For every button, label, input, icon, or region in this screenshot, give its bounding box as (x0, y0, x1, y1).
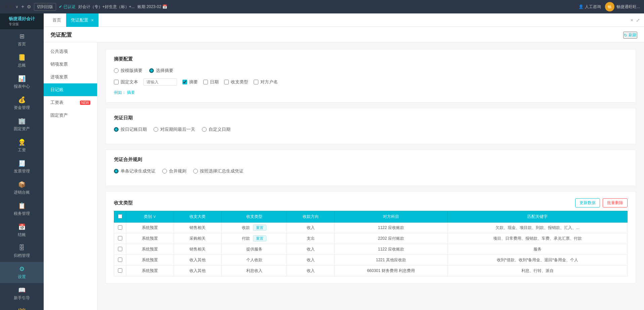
checkbox-fixed-text[interactable]: 固定文本 (114, 79, 138, 85)
sidebar-item-fixed-assets[interactable]: 🏢 固定资产 (0, 114, 44, 135)
consultant-button[interactable]: 👤 人工咨询 (578, 4, 601, 10)
fixed-text-input[interactable] (143, 78, 177, 86)
reset-tag[interactable]: 重置 (253, 225, 266, 231)
tax-icon: 📋 (18, 202, 26, 209)
sidebar-logo: 畅捷通好会计 专业版 (0, 13, 44, 29)
left-nav-item-payroll[interactable]: 工资表 NEW (44, 96, 97, 109)
summary-config-title: 摘要配置 (114, 56, 628, 62)
tab-close-icon[interactable]: × (91, 17, 94, 23)
row-checkbox[interactable] (114, 266, 126, 276)
left-nav-item-common[interactable]: 公共选项 (44, 45, 97, 58)
invoice-icon: 🧾 (18, 160, 26, 167)
period-info: 账期 2023-02 📅 (137, 4, 168, 10)
sidebar-item-guide[interactable]: 📖 新手引导 (0, 283, 44, 304)
sidebar-item-ledger[interactable]: 📒 总账 (0, 50, 44, 72)
left-nav: 公共选项 销项发票 进项发票 日记账 工资表 NEW 固定资产 (44, 42, 97, 310)
sidebar-item-funds[interactable]: 💰 资金管理 (0, 93, 44, 114)
ledger-icon: 📒 (18, 54, 26, 61)
tab-bar: 首页 凭证配置 × × ⤢ (44, 13, 644, 27)
switch-version-button[interactable]: 切到旧版 (34, 3, 56, 11)
th-category[interactable]: 类别 ∨ (126, 211, 174, 223)
income-expense-table: 类别 ∨ 收支大类 收支类型 收款方向 对方科目 匹配关键字 (114, 211, 628, 276)
left-nav-item-purchase-invoice[interactable]: 进项发票 (44, 71, 97, 83)
home-icon: ⊞ (19, 33, 25, 40)
table-row: 系统预置 销售相关 提供服务 收入 1122 应收账款 服务 (114, 244, 628, 255)
th-select-all[interactable] (114, 211, 126, 223)
radio-select-summary[interactable]: 选择摘要 (149, 68, 173, 74)
th-income-expense-type: 收支类型 (221, 211, 287, 223)
reports-icon: 📊 (18, 75, 26, 82)
voucher-date-section: 凭证日期 按日记账日期 对应期间最后一天 自定义日期 (105, 108, 636, 144)
income-expense-section: 收支类型 更新数据 批量删除 类别 ∨ 收支大类 收支类型 (105, 191, 636, 283)
batch-delete-button[interactable]: 批量删除 (603, 198, 628, 207)
row-checkbox[interactable] (114, 233, 126, 244)
sidebar-item-archive[interactable]: 🗄 归档管理 (0, 241, 44, 262)
topbar: 测试 ∨ + ⚙ 切到旧版 ✔ 已认证 好会计（专）+好生意（标）+... 账期… (0, 0, 644, 13)
row-checkbox[interactable] (114, 223, 126, 233)
merge-rules-title: 凭证合并规则 (114, 157, 628, 163)
sidebar-item-tax[interactable]: 📋 税务管理 (0, 199, 44, 220)
income-expense-title: 收支类型 (114, 200, 133, 206)
archive-icon: 🗄 (19, 244, 25, 251)
left-nav-item-journal[interactable]: 日记账 (44, 83, 97, 96)
settings-icon: ⚙ (19, 265, 25, 273)
topbar-add-icon[interactable]: + (21, 4, 24, 10)
sidebar: 畅捷通好会计 专业版 ⊞ 首页 📒 总账 📊 报表中心 💰 资金管理 🏢 固定资… (0, 13, 44, 310)
refresh-button[interactable]: ↻ 刷新 (623, 32, 637, 39)
checkbox-counterpart-name[interactable]: 对方户名 (254, 79, 278, 85)
row-checkbox[interactable] (114, 244, 126, 255)
table-actions: 更新数据 批量删除 (575, 198, 628, 207)
topbar-settings-icon[interactable]: ⚙ (27, 4, 31, 9)
expand-icon[interactable]: ⤢ (636, 17, 640, 23)
radio-summary-generate[interactable]: 按照选择汇总生成凭证 (193, 168, 244, 174)
page-header: 凭证配置 ↻ 刷新 (44, 27, 644, 42)
row-checkbox[interactable] (114, 255, 126, 266)
user-account[interactable]: 畅 畅捷通旺旺... (605, 2, 640, 11)
tab-right-actions: × ⤢ (631, 17, 640, 23)
voucher-date-radio-group: 按日记账日期 对应期间最后一天 自定义日期 (114, 126, 628, 132)
sidebar-item-reports[interactable]: 📊 报表中心 (0, 72, 44, 93)
radio-template-summary[interactable]: 按模版摘要 (114, 68, 142, 74)
radio-journal-date[interactable]: 按日记账日期 (114, 126, 147, 132)
left-nav-item-sales-invoice[interactable]: 销项发票 (44, 58, 97, 71)
checkbox-date[interactable]: 日期 (203, 79, 219, 85)
radio-last-day[interactable]: 对应期间最后一天 (154, 126, 195, 132)
th-subject: 对方科目 (335, 211, 448, 223)
funds-icon: 💰 (18, 96, 26, 104)
sidebar-item-member[interactable]: 👑 畅会员 (0, 304, 44, 310)
left-nav-item-fixed-assets[interactable]: 固定资产 (44, 109, 97, 122)
content-area: 首页 凭证配置 × × ⤢ 凭证配置 ↻ 刷新 公共选项 (44, 13, 644, 310)
close-window-icon[interactable]: × (631, 17, 633, 23)
merge-rules-section: 凭证合并规则 单条记录生成凭证 合并规则 按照选择汇总生成凭证 (105, 150, 636, 186)
consultant-icon: 👤 (578, 4, 584, 9)
certified-status: ✔ 已认证 (59, 4, 75, 10)
topbar-right: 👤 人工咨询 畅 畅捷通旺旺... (578, 2, 640, 11)
member-icon: 👑 (18, 308, 26, 310)
sidebar-item-closing[interactable]: 📅 结账 (0, 220, 44, 241)
sidebar-item-invoice[interactable]: 🧾 发票管理 (0, 156, 44, 178)
radio-merge-rule[interactable]: 合并规则 (162, 168, 186, 174)
topbar-title: 测试 (4, 4, 13, 10)
two-col-layout: 公共选项 销项发票 进项发票 日记账 工资表 NEW 固定资产 (44, 42, 644, 310)
closing-icon: 📅 (18, 223, 26, 231)
radio-custom-date[interactable]: 自定义日期 (202, 126, 230, 132)
sidebar-item-purchase-sales[interactable]: 📦 进销台账 (0, 178, 44, 199)
sidebar-item-settings[interactable]: ⚙ 设置 (0, 262, 44, 283)
merge-rules-radio-group: 单条记录生成凭证 合并规则 按照选择汇总生成凭证 (114, 168, 628, 174)
tab-voucher-config[interactable]: 凭证配置 × (66, 13, 99, 27)
voucher-date-title: 凭证日期 (114, 115, 628, 121)
checkbox-income-expense-type[interactable]: 收支类型 (224, 79, 248, 85)
radio-single-record[interactable]: 单条记录生成凭证 (114, 168, 156, 174)
guide-icon: 📖 (18, 286, 26, 294)
reset-tag[interactable]: 重置 (253, 235, 266, 241)
tab-home[interactable]: 首页 (48, 13, 66, 27)
update-data-button[interactable]: 更新数据 (575, 198, 600, 207)
checkbox-summary[interactable]: 摘要 (182, 79, 198, 85)
topbar-arrow-icon[interactable]: ∨ (15, 4, 18, 9)
new-badge: NEW (80, 101, 90, 105)
avatar: 畅 (605, 2, 614, 11)
sidebar-item-payroll[interactable]: 👷 工资 (0, 135, 44, 156)
sidebar-item-home[interactable]: ⊞ 首页 (0, 29, 44, 50)
summary-radio-group: 按模版摘要 选择摘要 (114, 68, 628, 74)
right-content: 摘要配置 按模版摘要 选择摘要 (97, 42, 644, 310)
